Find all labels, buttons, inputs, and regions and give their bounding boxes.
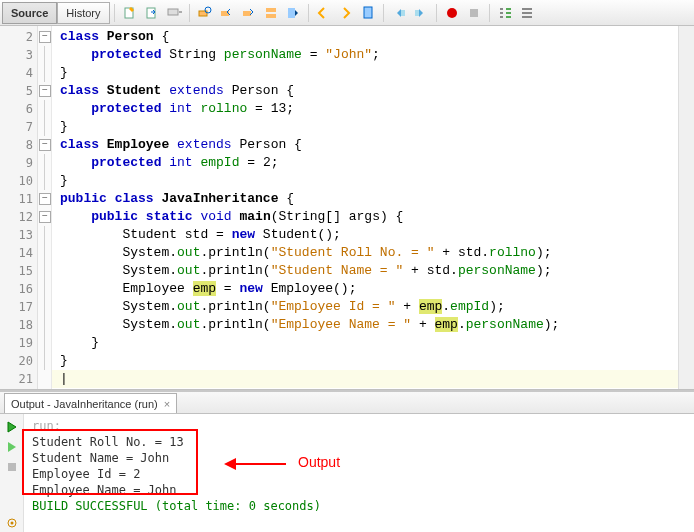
code-line[interactable]: class Person { xyxy=(52,28,678,46)
toggle-highlight-icon[interactable] xyxy=(261,3,281,23)
nav-prev-icon[interactable] xyxy=(314,3,334,23)
code-line[interactable]: protected String personName = "John"; xyxy=(52,46,678,64)
output-panel: Output - JavaInheritance (run) × Output … xyxy=(0,390,694,532)
bookmark-prev-icon[interactable] xyxy=(283,3,303,23)
nav-next-icon[interactable] xyxy=(336,3,356,23)
shift-left-icon[interactable] xyxy=(389,3,409,23)
svg-rect-15 xyxy=(8,463,16,471)
separator xyxy=(189,4,190,22)
find-selection-icon[interactable] xyxy=(195,3,215,23)
output-line: BUILD SUCCESSFUL (total time: 0 seconds) xyxy=(32,498,686,514)
svg-rect-12 xyxy=(415,10,419,16)
code-line[interactable]: class Student extends Person { xyxy=(52,82,678,100)
svg-rect-14 xyxy=(470,9,478,17)
svg-rect-8 xyxy=(266,14,276,18)
code-line[interactable]: System.out.println("Employee Name = " + … xyxy=(52,316,678,334)
svg-rect-2 xyxy=(168,9,178,15)
tab-source[interactable]: Source xyxy=(2,2,57,24)
svg-rect-11 xyxy=(401,10,405,16)
code-line[interactable]: Student std = new Student(); xyxy=(52,226,678,244)
code-line[interactable]: protected int rollno = 13; xyxy=(52,100,678,118)
code-line[interactable]: public static void main(String[] args) { xyxy=(52,208,678,226)
macro-stop-icon[interactable] xyxy=(464,3,484,23)
fold-gutter[interactable] xyxy=(38,26,52,389)
code-line[interactable]: } xyxy=(52,118,678,136)
annotation-arrow xyxy=(224,458,286,470)
macro-record-icon[interactable] xyxy=(442,3,462,23)
code-line[interactable]: class Employee extends Person { xyxy=(52,136,678,154)
find-prev-icon[interactable] xyxy=(217,3,237,23)
svg-point-4 xyxy=(205,7,211,13)
code-line[interactable]: } xyxy=(52,172,678,190)
last-edit-icon[interactable] xyxy=(120,3,140,23)
separator xyxy=(436,4,437,22)
svg-rect-10 xyxy=(364,7,372,18)
svg-rect-7 xyxy=(266,8,276,12)
forward-icon[interactable] xyxy=(142,3,162,23)
shift-right-icon[interactable] xyxy=(411,3,431,23)
code-editor[interactable]: 23456789101112131415161718192021 class P… xyxy=(0,26,694,390)
svg-rect-9 xyxy=(288,8,295,18)
editor-toolbar: Source History xyxy=(0,0,694,26)
toggle-bookmark-icon[interactable] xyxy=(358,3,378,23)
output-tab-title: Output - JavaInheritance (run) xyxy=(11,398,158,410)
output-body: Output run:Student Roll No. = 13Student … xyxy=(0,414,694,532)
separator xyxy=(308,4,309,22)
vertical-scrollbar[interactable] xyxy=(678,26,694,389)
svg-point-13 xyxy=(447,8,457,18)
rerun-icon[interactable] xyxy=(3,418,21,436)
annotation-label: Output xyxy=(298,454,340,470)
code-line[interactable]: } xyxy=(52,352,678,370)
rerun-alt-icon[interactable] xyxy=(3,438,21,456)
comment-icon[interactable] xyxy=(495,3,515,23)
separator xyxy=(114,4,115,22)
output-tabbar: Output - JavaInheritance (run) × xyxy=(0,392,694,414)
code-line[interactable]: Employee emp = new Employee(); xyxy=(52,280,678,298)
output-toolbar xyxy=(0,414,24,532)
code-line[interactable]: System.out.println("Student Roll No. = "… xyxy=(52,244,678,262)
code-line[interactable]: System.out.println("Student Name = " + s… xyxy=(52,262,678,280)
svg-rect-6 xyxy=(243,11,251,16)
stop-icon[interactable] xyxy=(3,458,21,476)
settings-icon[interactable] xyxy=(3,514,21,532)
code-line[interactable]: protected int empId = 2; xyxy=(52,154,678,172)
svg-point-17 xyxy=(10,522,13,525)
code-line[interactable]: } xyxy=(52,64,678,82)
line-number-gutter: 23456789101112131415161718192021 xyxy=(0,26,38,389)
annotation-box xyxy=(22,429,198,495)
output-content[interactable]: Output run:Student Roll No. = 13Student … xyxy=(24,414,694,532)
output-tab[interactable]: Output - JavaInheritance (run) × xyxy=(4,393,177,413)
uncomment-icon[interactable] xyxy=(517,3,537,23)
code-line[interactable]: public class JavaInheritance { xyxy=(52,190,678,208)
code-area[interactable]: class Person { protected String personNa… xyxy=(52,26,678,389)
tab-history[interactable]: History xyxy=(57,2,109,24)
separator xyxy=(383,4,384,22)
find-next-icon[interactable] xyxy=(239,3,259,23)
close-icon[interactable]: × xyxy=(164,398,170,410)
dropdown-icon[interactable] xyxy=(164,3,184,23)
code-line[interactable]: } xyxy=(52,334,678,352)
code-line[interactable]: | xyxy=(52,370,678,388)
separator xyxy=(489,4,490,22)
code-line[interactable]: System.out.println("Employee Id = " + em… xyxy=(52,298,678,316)
